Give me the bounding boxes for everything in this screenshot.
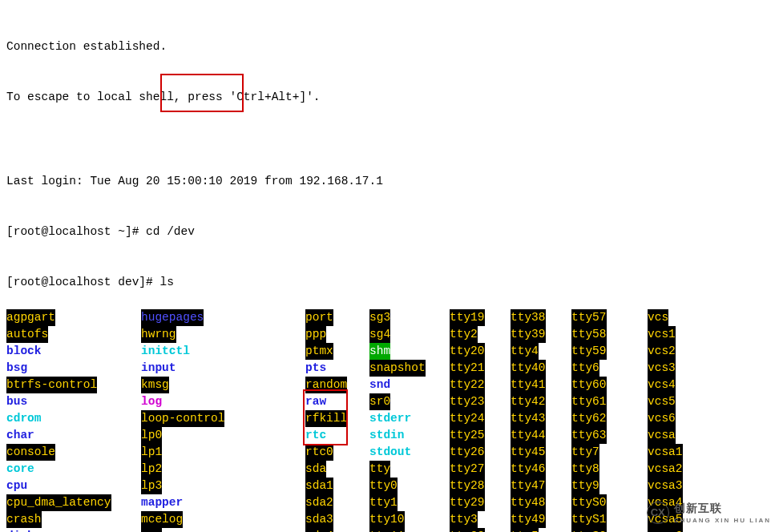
prompt-prefix: [root@localhost dev]# (6, 276, 159, 288)
ls-entry: rfkill (305, 410, 369, 427)
ls-entry: mem (141, 528, 305, 532)
ls-entry: ptmx (305, 343, 369, 360)
file-tty49: tty49 (511, 511, 546, 528)
file-tty60: tty60 (571, 377, 607, 393)
file-tty7: tty7 (571, 444, 599, 461)
file-stdin: stdin (369, 427, 405, 444)
ls-entry: console (6, 444, 141, 461)
file-console: console (6, 444, 55, 461)
ls-entry: vcs5 (648, 393, 768, 410)
ls-entry: tty25 (450, 427, 511, 444)
file-tty39: tty39 (511, 326, 546, 343)
file-loop-control: loop-control (141, 410, 224, 427)
file-lp0: lp0 (141, 427, 162, 444)
prompt-line-2[interactable]: [root@localhost dev]# ls (6, 274, 773, 291)
file-tty40: tty40 (511, 360, 546, 377)
ls-entry: loop-control (141, 410, 305, 427)
ls-entry: tty29 (450, 494, 511, 511)
file-sda1: sda1 (305, 478, 333, 494)
file-initctl: initctl (141, 343, 190, 360)
file-tty42: tty42 (511, 393, 546, 410)
escape-line: To escape to local shell, press 'Ctrl+Al… (6, 89, 773, 106)
ls-entry: input (141, 360, 305, 377)
ls-entry: snapshot (369, 360, 450, 377)
ls-entry: ttyS2 (571, 528, 648, 532)
ls-entry: char (6, 427, 141, 444)
ls-entry: raw (305, 393, 369, 410)
file-block: block (6, 343, 42, 360)
file-tty11: tty11 (369, 528, 405, 532)
ls-entry: tty45 (511, 444, 571, 461)
ls-col-4: sg3sg4shmsnapshotsndsr0stderrstdinstdout… (369, 309, 450, 532)
ls-entry: sr0 (369, 393, 450, 410)
prompt-prefix: [root@localhost ~]# (6, 225, 146, 238)
ls-entry: tty0 (369, 478, 450, 494)
file-tty59: tty59 (571, 343, 607, 360)
ls-entry: tty46 (511, 461, 571, 478)
ls-entry: stdin (369, 427, 450, 444)
ls-entry: kmsg (141, 377, 305, 393)
ls-entry: tty20 (450, 343, 511, 360)
ls-entry: ttyS1 (571, 511, 648, 528)
watermark-text-big: 创新互联 (674, 500, 771, 516)
ls-entry: vcs (648, 309, 768, 326)
ls-entry: sda1 (305, 478, 369, 494)
file-tty0: tty0 (369, 478, 398, 494)
ls-entry: stderr (369, 410, 450, 427)
ls-entry: tty2 (450, 326, 511, 343)
ls-entry: autofs (6, 326, 141, 343)
ls-entry: tty38 (511, 309, 571, 326)
ls-entry: rtc0 (305, 444, 369, 461)
file-lp1: lp1 (141, 444, 162, 461)
file-sda3: sda3 (305, 511, 333, 528)
file-sg3: sg3 (369, 309, 390, 326)
ls-entry: port (305, 309, 369, 326)
ls-entry: tty8 (571, 461, 648, 478)
watermark-text-small: CHUANG XIN HU LIAN (674, 516, 771, 526)
file-ppp: ppp (305, 326, 326, 343)
file-tty23: tty23 (450, 393, 485, 410)
file-input: input (141, 360, 176, 377)
ls-entry: vcsa3 (648, 478, 768, 494)
ls-col-3: portpppptmxptsrandomrawrfkillrtcrtc0sdas… (305, 309, 369, 532)
file-char: char (6, 427, 34, 444)
file-tty27: tty27 (450, 461, 485, 478)
file-tty58: tty58 (571, 326, 607, 343)
ls-entry: tty63 (571, 427, 648, 444)
file-tty29: tty29 (450, 494, 485, 511)
ls-entry: vcsa (648, 427, 768, 444)
ls-entry: tty28 (450, 478, 511, 494)
ls-entry: hwrng (141, 326, 305, 343)
file-pts: pts (305, 360, 326, 377)
prompt-line-1[interactable]: [root@localhost ~]# cd /dev (6, 224, 773, 240)
file-tty45: tty45 (511, 444, 546, 461)
ls-entry: tty1 (369, 494, 450, 511)
file-sg4: sg4 (369, 326, 390, 343)
file-tty26: tty26 (450, 444, 485, 461)
file-disk: disk (6, 528, 34, 532)
file-port: port (305, 309, 333, 326)
file-vcs3: vcs3 (648, 360, 676, 377)
watermark-logo: CX 创新互联 CHUANG XIN HU LIAN (647, 500, 771, 526)
ls-entry: initctl (141, 343, 305, 360)
file-mapper: mapper (141, 494, 183, 511)
ls-entry: tty24 (450, 410, 511, 427)
ls-entry: tty6 (571, 360, 648, 377)
ls-entry: tty3 (450, 511, 511, 528)
ls-col-7: tty57tty58tty59tty6tty60tty61tty62tty63t… (571, 309, 648, 532)
ls-col-6: tty38tty39tty4tty40tty41tty42tty43tty44t… (511, 309, 571, 532)
file-vcsa6: vcsa6 (648, 528, 683, 532)
ls-entry: block (6, 343, 141, 360)
ls-entry: tty9 (571, 478, 648, 494)
ls-entry: vcs3 (648, 360, 768, 377)
ls-entry: tty11 (369, 528, 450, 532)
file-sr0: sr0 (369, 393, 390, 410)
ls-entry: mcelog (141, 511, 305, 528)
file-tty28: tty28 (450, 478, 485, 494)
file-vcsa3: vcsa3 (648, 478, 683, 494)
ls-entry: lp0 (141, 427, 305, 444)
file-core: core (6, 461, 34, 478)
ls-entry: shm (369, 343, 450, 360)
file-vcsa2: vcsa2 (648, 461, 683, 478)
file-vcs1: vcs1 (648, 326, 676, 343)
